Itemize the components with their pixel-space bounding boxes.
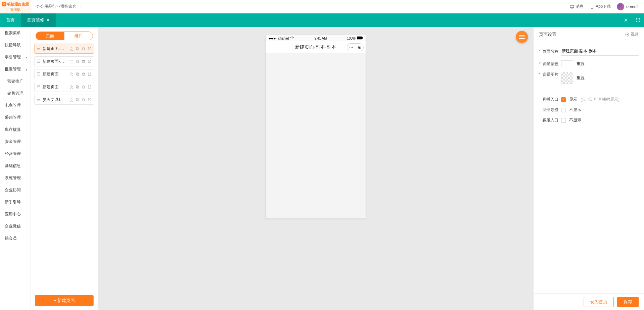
copy-icon[interactable] — [75, 72, 80, 76]
page-item-name: 昊天文具店 — [43, 97, 67, 103]
nav-item-label: 应用中心 — [5, 211, 21, 217]
label-bottom-nav-value: 不显示 — [569, 107, 581, 113]
close-all-tabs-button[interactable] — [620, 13, 632, 27]
bg-image-swatch[interactable] — [561, 72, 573, 84]
nav-item-label: 资金管理 — [5, 139, 21, 145]
segment-component[interactable]: 组件 — [64, 32, 93, 40]
bg-image-reset[interactable]: 重置 — [577, 75, 585, 81]
nav-item[interactable]: 搜索菜单 — [0, 27, 31, 39]
page-list-item[interactable]: ☰新建页面 — [34, 69, 94, 79]
video-help-button[interactable]: 视频 — [625, 32, 639, 37]
nav-item[interactable]: 资金管理 — [0, 136, 31, 148]
fullscreen-button[interactable] — [632, 13, 644, 27]
new-page-button[interactable]: + 新建页面 — [35, 295, 94, 306]
nav-item[interactable]: 采购管理 — [0, 111, 31, 123]
drag-handle-icon[interactable]: ☰ — [37, 72, 41, 76]
copy-icon[interactable] — [75, 46, 80, 51]
label-page-name: 页面名称 — [542, 49, 561, 54]
miniprogram-more-icon[interactable]: ⋯ — [347, 44, 355, 51]
label-service-entry: 客服入口 — [542, 117, 561, 123]
tab-home[interactable]: 首页 — [0, 13, 21, 27]
canvas[interactable]: ●●●●○ chanjet 9:41 AM 100% — [98, 27, 533, 310]
drag-handle-icon[interactable]: ☰ — [37, 59, 41, 64]
svg-rect-8 — [76, 60, 78, 62]
drag-handle-icon[interactable]: ☰ — [37, 46, 41, 51]
delete-icon[interactable] — [81, 97, 86, 102]
nav-item[interactable]: 应用中心 — [0, 208, 31, 220]
delete-icon[interactable] — [81, 85, 86, 89]
user-menu[interactable]: demo2 — [617, 3, 639, 10]
video-help-label: 视频 — [631, 32, 639, 37]
nav-item[interactable]: 新手引导 — [0, 196, 31, 208]
user-name: demo2 — [626, 4, 639, 9]
delete-icon[interactable] — [81, 46, 86, 51]
delete-icon[interactable] — [81, 72, 86, 76]
nav-item[interactable]: 电商管理 — [0, 99, 31, 111]
workspace: 页面 组件 ☰新建页面-副本-...☰新建页面-副本☰新建页面☰新建页面☰昊天文… — [31, 27, 644, 310]
nav-item[interactable]: 快捷导航 — [0, 39, 31, 51]
row-bg-image: * 背景图片 重置 — [539, 72, 639, 84]
bg-color-swatch[interactable] — [561, 60, 573, 67]
nav-item-label: 库存核算 — [5, 127, 21, 133]
home-icon[interactable] — [69, 46, 74, 51]
copy-icon[interactable] — [75, 59, 80, 64]
drag-handle-icon[interactable]: ☰ — [37, 97, 41, 102]
svg-rect-12 — [76, 86, 78, 88]
close-icon[interactable]: ✕ — [46, 18, 50, 22]
nav-item[interactable]: 销售管理 — [0, 87, 31, 99]
top-actions: 消息 App下载 demo2 — [570, 3, 639, 10]
miniprogram-controls: ⋯ ◉ — [347, 43, 364, 51]
nav-item-label: 畅会员 — [5, 236, 17, 241]
share-icon[interactable] — [87, 59, 92, 64]
tab-page-decorate[interactable]: 首页装修 ✕ — [21, 13, 56, 27]
bg-color-reset[interactable]: 重置 — [577, 61, 585, 67]
miniprogram-close-icon[interactable]: ◉ — [355, 44, 363, 51]
drag-handle-icon[interactable]: ☰ — [37, 85, 41, 89]
home-icon[interactable] — [69, 59, 74, 64]
page-item-name: 新建页面 — [43, 71, 67, 77]
home-icon[interactable] — [69, 97, 74, 102]
svg-rect-15 — [357, 37, 362, 39]
share-icon[interactable] — [87, 46, 92, 51]
nav-item[interactable]: 零售管理▾ — [0, 51, 31, 63]
input-page-name[interactable] — [561, 47, 639, 56]
nav-item[interactable]: 畅会员 — [0, 232, 31, 244]
save-button[interactable]: 保存 — [617, 297, 639, 307]
checkbox-live-show[interactable]: ✓ — [561, 97, 566, 102]
nav-item[interactable]: 企业微信 — [0, 220, 31, 232]
home-icon[interactable] — [69, 85, 74, 89]
nav-item[interactable]: 营销推广 — [0, 75, 31, 87]
nav-item[interactable]: 基础信息 — [0, 160, 31, 172]
segment-page[interactable]: 页面 — [36, 32, 64, 40]
brand-main: 畅捷通好生意 — [7, 2, 29, 7]
checkbox-service[interactable] — [561, 118, 566, 123]
tab-bar: 首页 首页装修 ✕ — [0, 13, 644, 27]
copy-icon[interactable] — [75, 85, 80, 89]
page-list-item[interactable]: ☰昊天文具店 — [34, 95, 94, 105]
copy-icon[interactable] — [75, 97, 80, 102]
app-download-button[interactable]: App下载 — [590, 4, 611, 9]
page-list-panel: 页面 组件 ☰新建页面-副本-...☰新建页面-副本☰新建页面☰新建页面☰昊天文… — [31, 27, 98, 310]
nav-item[interactable]: 经营管理 — [0, 148, 31, 160]
page-list-item[interactable]: ☰新建页面-副本 — [34, 56, 94, 66]
page-list-item[interactable]: ☰新建页面 — [34, 82, 94, 92]
checkbox-bottom-nav[interactable] — [561, 108, 566, 112]
tenant-selector[interactable]: 办公用品行业模拟账套 ﹀ — [36, 4, 83, 9]
nav-item[interactable]: 批发管理▴ — [0, 63, 31, 75]
nav-item-label: 系统管理 — [5, 175, 21, 181]
top-header: 畅捷通好生意 标准版 办公用品行业模拟账套 ﹀ 消息 App下载 demo2 — [0, 0, 644, 13]
set-home-button[interactable]: 设为首页 — [584, 297, 614, 307]
nav-item[interactable]: 库存核算 — [0, 123, 31, 136]
nav-item[interactable]: 系统管理 — [0, 172, 31, 184]
share-icon[interactable] — [87, 85, 92, 89]
messages-button[interactable]: 消息 — [570, 4, 584, 9]
page-list-item[interactable]: ☰新建页面-副本-... — [34, 44, 94, 54]
delete-icon[interactable] — [81, 59, 86, 64]
share-icon[interactable] — [87, 97, 92, 102]
nav-item-label: 经营管理 — [5, 151, 21, 157]
share-icon[interactable] — [87, 72, 92, 76]
home-icon[interactable] — [69, 72, 74, 76]
canvas-menu-button[interactable] — [516, 31, 528, 43]
chevron-up-icon: ▴ — [25, 67, 27, 71]
nav-item[interactable]: 企业协同 — [0, 184, 31, 196]
